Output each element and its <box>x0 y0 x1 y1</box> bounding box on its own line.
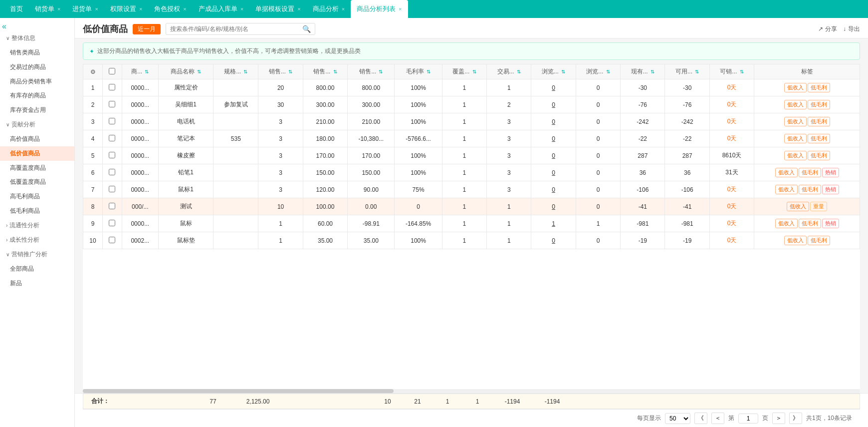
cell-checkbox[interactable] <box>103 130 122 147</box>
sidebar-collapse-btn[interactable]: « <box>0 22 8 31</box>
cell-col11[interactable]: 0 <box>531 164 576 181</box>
close-icon[interactable]: × <box>297 6 300 12</box>
share-button[interactable]: ↗ 分享 <box>818 25 837 33</box>
select-all-checkbox[interactable] <box>109 68 115 74</box>
view-link[interactable]: 0 <box>552 84 555 91</box>
table-scrollbar-thumb[interactable] <box>83 389 394 393</box>
th-code[interactable]: 商... ⇅ <box>122 64 159 79</box>
cell-col11[interactable]: 0 <box>531 232 576 249</box>
cell-col11[interactable]: 0 <box>531 96 576 113</box>
row-checkbox[interactable] <box>109 84 115 90</box>
sidebar-section-circulation[interactable]: › 流通性分析 <box>0 218 74 233</box>
search-input[interactable] <box>170 25 302 32</box>
sidebar-section-marketing[interactable]: ∨ 营销推广分析 <box>0 247 74 262</box>
table-horizontal-scrollbar[interactable] <box>83 389 860 393</box>
close-icon[interactable]: × <box>95 6 98 12</box>
close-icon[interactable]: × <box>399 6 402 12</box>
th-settings[interactable]: ⚙ <box>83 64 103 79</box>
view-link[interactable]: 0 <box>552 118 555 125</box>
search-icon[interactable]: 🔍 <box>302 25 311 33</box>
th-available-stock[interactable]: 可用... ⇅ <box>665 64 709 79</box>
cell-col11[interactable]: 0 <box>531 198 576 215</box>
sidebar-item-low-margin[interactable]: 低毛利商品 <box>0 204 74 218</box>
sidebar-section-overall[interactable]: ∨ 整体信息 <box>0 31 74 45</box>
cell-col11[interactable]: 0 <box>531 147 576 164</box>
row-checkbox[interactable] <box>109 152 115 158</box>
close-icon[interactable]: × <box>183 6 186 12</box>
th-trade[interactable]: 交易... ⇅ <box>487 64 531 79</box>
cell-checkbox[interactable] <box>103 181 122 198</box>
nav-role-auth[interactable]: 角色授权 × <box>148 0 192 18</box>
close-icon[interactable]: × <box>240 6 243 12</box>
sidebar-item-low-coverage[interactable]: 低覆盖度商品 <box>0 175 74 189</box>
nav-product-analysis[interactable]: 商品分析 × <box>307 0 351 18</box>
cell-checkbox[interactable] <box>103 79 122 96</box>
th-coverage[interactable]: 覆盖... ⇅ <box>442 64 486 79</box>
sidebar-item-new-goods[interactable]: 新品 <box>0 276 74 291</box>
nav-permission-settings[interactable]: 权限设置 × <box>104 0 148 18</box>
th-checkbox[interactable] <box>103 64 122 79</box>
sidebar-item-high-margin[interactable]: 高毛利商品 <box>0 189 74 204</box>
th-col5[interactable]: 销售... ⇅ <box>258 64 303 79</box>
cell-checkbox[interactable] <box>103 164 122 181</box>
th-spec[interactable]: 规格... ⇅ <box>214 64 258 79</box>
view-link[interactable]: 0 <box>552 186 555 193</box>
row-checkbox[interactable] <box>109 169 115 175</box>
nav-product-inbound[interactable]: 产成品入库单 × <box>193 0 249 18</box>
view-link[interactable]: 0 <box>552 203 555 210</box>
cell-checkbox[interactable] <box>103 113 122 130</box>
view-link[interactable]: 0 <box>552 169 555 176</box>
th-saleable-stock[interactable]: 可销... ⇅ <box>709 64 754 79</box>
sidebar-item-all-goods[interactable]: 全部商品 <box>0 262 74 276</box>
cell-col11[interactable]: 0 <box>531 130 576 147</box>
next-page-btn[interactable]: ＞ <box>772 413 785 424</box>
cell-col11[interactable]: 0 <box>531 79 576 96</box>
row-checkbox[interactable] <box>109 135 115 141</box>
sidebar-item-category-sales-rate[interactable]: 商品分类销售率 <box>0 74 74 89</box>
cell-checkbox[interactable] <box>103 215 122 232</box>
row-checkbox[interactable] <box>109 118 115 124</box>
th-col6[interactable]: 销售... ⇅ <box>303 64 347 79</box>
first-page-btn[interactable]: 《 <box>694 413 707 424</box>
nav-sales-order[interactable]: 销货单 × <box>29 0 66 18</box>
nav-home[interactable]: 首页 <box>4 0 29 18</box>
nav-purchase-order[interactable]: 进货单 × <box>66 0 104 18</box>
last-page-btn[interactable]: 》 <box>789 413 802 424</box>
nav-product-analysis-list[interactable]: 商品分析列表 × <box>351 0 408 18</box>
prev-page-btn[interactable]: ＜ <box>711 413 724 424</box>
th-col7[interactable]: 销售... ⇅ <box>348 64 395 79</box>
row-checkbox[interactable] <box>109 237 115 243</box>
sidebar-section-growth[interactable]: › 成长性分析 <box>0 233 74 247</box>
cell-col11[interactable]: 0 <box>531 181 576 198</box>
cell-col11[interactable]: 0 <box>531 113 576 130</box>
row-checkbox[interactable] <box>109 220 115 226</box>
sidebar-item-traded-goods[interactable]: 交易过的商品 <box>0 60 74 74</box>
row-checkbox[interactable] <box>109 101 115 107</box>
view-link[interactable]: 0 <box>552 101 555 108</box>
page-size-select[interactable]: 50 100 200 <box>665 413 690 424</box>
cell-checkbox[interactable] <box>103 198 122 215</box>
cell-col11[interactable]: 1 <box>531 215 576 232</box>
sidebar-item-low-value[interactable]: 低价值商品 <box>0 146 74 161</box>
th-margin[interactable]: 毛利率 ⇅ <box>395 64 442 79</box>
th-name[interactable]: 商品名称 ⇅ <box>159 64 214 79</box>
view-link[interactable]: 0 <box>552 135 555 142</box>
sidebar-section-contribution[interactable]: ∨ 贡献分析 <box>0 117 74 132</box>
sidebar-item-high-coverage[interactable]: 高覆盖度商品 <box>0 161 74 175</box>
row-checkbox[interactable] <box>109 186 115 192</box>
row-checkbox[interactable] <box>109 203 115 209</box>
filter-button[interactable]: 近一月 <box>133 24 161 34</box>
th-view1[interactable]: 浏览... ⇅ <box>531 64 576 79</box>
sidebar-item-stock-goods[interactable]: 有库存的商品 <box>0 88 74 103</box>
th-current-stock[interactable]: 现有... ⇅ <box>621 64 665 79</box>
cell-checkbox[interactable] <box>103 147 122 164</box>
close-icon[interactable]: × <box>342 6 345 12</box>
close-icon[interactable]: × <box>57 6 60 12</box>
nav-template-settings[interactable]: 单据模板设置 × <box>249 0 306 18</box>
th-view2[interactable]: 浏览... ⇅ <box>576 64 620 79</box>
sidebar-item-stock-capital[interactable]: 库存资金占用 <box>0 103 74 117</box>
export-button[interactable]: ↓ 导出 <box>843 25 860 33</box>
cell-checkbox[interactable] <box>103 232 122 249</box>
current-page-input[interactable] <box>738 414 758 424</box>
sidebar-item-sales-goods[interactable]: 销售类商品 <box>0 45 74 60</box>
